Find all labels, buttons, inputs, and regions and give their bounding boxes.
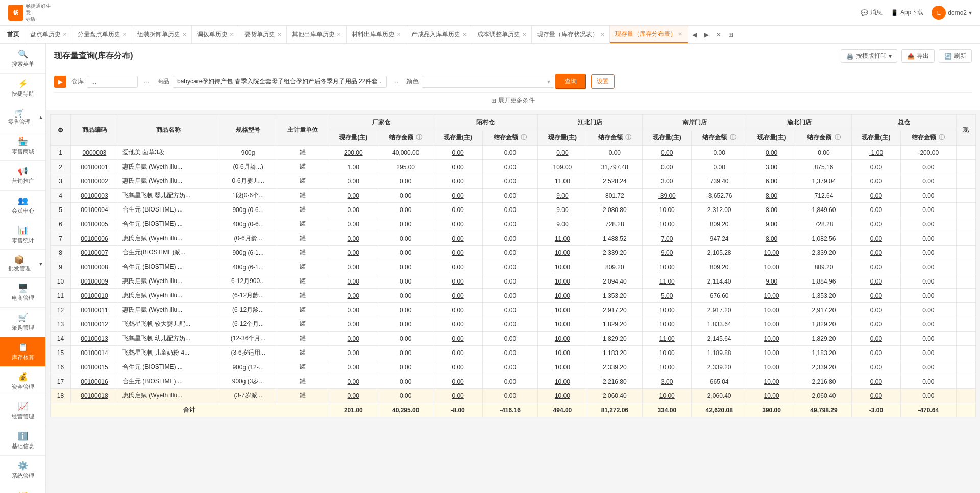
product-input[interactable] (173, 76, 387, 88)
row-mucun-current: 0.00 (433, 317, 482, 332)
tab-chanpin-ruku[interactable]: 产成品入库单历史 ✕ (406, 26, 472, 43)
row-zongcang-current: 0.00 (851, 374, 900, 389)
row-code: 00100012 (71, 317, 118, 332)
row-zongcang-current: 0.00 (851, 231, 900, 246)
row-mucun-balance: 0.00 (482, 346, 538, 360)
app-download-btn[interactable]: 📱 App下载 (891, 8, 923, 17)
row-yubei-current: 10.00 (747, 246, 796, 260)
product-dots-btn[interactable]: ··· (390, 77, 401, 86)
query-btn[interactable]: 查询 (555, 74, 586, 89)
row-changjiacao-balance: 0.00 (378, 374, 433, 389)
refresh-btn[interactable]: 🔄 刷新 (939, 49, 972, 63)
row-spec: 900g (3岁... (219, 374, 277, 389)
col-spec-header: 规格型号 (219, 115, 277, 146)
close-icon[interactable]: ✕ (462, 32, 467, 37)
warehouse-dots-btn[interactable]: ··· (141, 77, 152, 86)
summary-yubei-balance: 49,798.29 (796, 403, 852, 417)
col-settings[interactable]: ⚙ (51, 115, 71, 146)
tab-expand-btn[interactable]: ⊞ (725, 29, 737, 41)
close-icon[interactable]: ✕ (182, 32, 186, 37)
sidebar-item-enterprise[interactable]: 🤝 企业协同 (0, 485, 45, 493)
row-code: 00100002 (71, 174, 118, 189)
sidebar-item-finance[interactable]: 💰 资金管理 (0, 367, 45, 396)
tab-xiancunliang-fenbubiao[interactable]: 现存量（库存分布表）✕ (610, 26, 688, 43)
tab-fenpandian[interactable]: 分量盘点单历史 ✕ (72, 26, 132, 43)
col-yubei-current: 现存量(主) (747, 130, 796, 146)
sidebar-item-ecommerce[interactable]: 🖥️ 电商管理 (0, 278, 45, 308)
close-icon[interactable]: ✕ (337, 32, 341, 37)
row-changjiacao-current: 1.00 (329, 160, 378, 174)
row-mucun-current: 0.00 (433, 374, 482, 389)
tab-diaobo[interactable]: 调拨单历史 ✕ (192, 26, 239, 43)
sidebar-item-inventory[interactable]: 📋 库存核算 (0, 337, 45, 367)
sidebar-item-members[interactable]: 👥 会员中心 (0, 191, 45, 220)
row-extra (956, 346, 975, 360)
row-nanan-current: 5.00 (643, 289, 692, 303)
logo-icon: 畅 (8, 5, 23, 21)
tab-home[interactable]: 首页 (2, 26, 25, 43)
tab-prev-btn[interactable]: ◀ (688, 29, 700, 41)
sidebar-item-purchase[interactable]: 🛒 采购管理 (0, 308, 45, 337)
tab-yaohuo[interactable]: 要货单历史 ✕ (239, 26, 287, 43)
expand-toggle-btn[interactable]: ▶ (54, 76, 66, 88)
message-btn[interactable]: 💬 消息 (861, 8, 883, 17)
row-extra (956, 317, 975, 332)
row-extra (956, 389, 975, 403)
row-mucun-current: 0.00 (433, 274, 482, 289)
row-mucun-current: 0.00 (433, 217, 482, 231)
tab-zuzhechaixie[interactable]: 组装拆卸单历史 ✕ (132, 26, 192, 43)
tab-qita-chuku[interactable]: 其他出库单历史 ✕ (287, 26, 347, 43)
marketing-icon: 📢 (18, 166, 28, 176)
close-icon[interactable]: ✕ (122, 32, 127, 37)
row-changjiacao-balance: 0.00 (378, 360, 433, 374)
close-icon[interactable]: ✕ (600, 32, 604, 37)
sidebar-item-marketing[interactable]: 📢 营销推广 (0, 161, 45, 191)
table-row: 10 00100009 惠氏启赋 (Wyeth illu... 6-12月900… (51, 274, 976, 289)
close-icon[interactable]: ✕ (678, 31, 682, 37)
col-nanan-header: 南岸门店 (643, 115, 747, 130)
close-icon[interactable]: ✕ (230, 32, 234, 37)
close-icon[interactable]: ✕ (397, 32, 401, 37)
sidebar-item-business[interactable]: 📈 经营管理 (0, 396, 45, 426)
close-icon[interactable]: ✕ (277, 32, 281, 37)
tab-chengben[interactable]: 成本调整单历史 ✕ (472, 26, 532, 43)
sidebar-item-retail-stats[interactable]: 📊 零售统计 (0, 220, 45, 250)
row-changjiacao-balance: 0.00 (378, 303, 433, 317)
sidebar-item-wholesale[interactable]: 📦 批发管理 ▼ (0, 250, 45, 278)
row-spec: (6-12月龄... (219, 289, 277, 303)
sidebar-item-mall[interactable]: 🏪 零售商城 (0, 131, 45, 161)
tab-xiancunliang-kuangkuang[interactable]: 现存量（库存状况表）✕ (532, 26, 610, 43)
tab-pandian[interactable]: 盘点单历史 ✕ (25, 26, 72, 43)
info-icon: ⓘ (939, 134, 945, 141)
table-container[interactable]: ⚙ 商品编码 商品名称 规格型号 主计量单位 厂家仓 陌村仓 江北门店 南岸门店… (46, 110, 980, 493)
page-title-bar: 现存量查询(库存分布) 🖨️ 按模版打印 ▾ 📤 导出 🔄 刷新 (54, 49, 972, 68)
tab-cailiao-chuku[interactable]: 材料出库单历史 ✕ (347, 26, 406, 43)
row-index: 14 (51, 332, 71, 346)
row-extra (956, 160, 975, 174)
row-index: 18 (51, 389, 71, 403)
warehouse-input[interactable] (87, 76, 138, 88)
row-name: 合生元(BIOSTIME)派... (118, 246, 219, 260)
color-input[interactable] (422, 76, 554, 88)
user-menu[interactable]: E demo2 ▾ (932, 6, 972, 20)
row-nanan-balance: 2,145.64 (692, 332, 747, 346)
close-icon[interactable]: ✕ (522, 32, 526, 37)
tab-close-all-btn[interactable]: ✕ (713, 29, 725, 41)
settings-btn[interactable]: 设置 (591, 74, 615, 89)
sidebar-item-system[interactable]: ⚙️ 系统管理 (0, 456, 45, 485)
row-zongcang-balance: 0.00 (901, 389, 957, 403)
close-icon[interactable]: ✕ (63, 32, 67, 37)
sidebar-item-basic-info[interactable]: ℹ️ 基础信息 (0, 426, 45, 456)
row-yubei-balance: 875.16 (796, 160, 852, 174)
table-row: 3 00100002 惠氏启赋 (Wyeth illu... 0-6月婴儿...… (51, 174, 976, 189)
print-btn[interactable]: 🖨️ 按模版打印 ▾ (841, 49, 897, 63)
row-spec: (12-36个月... (219, 332, 277, 346)
export-btn[interactable]: 📤 导出 (901, 49, 935, 63)
tab-next-btn[interactable]: ▶ (700, 29, 713, 41)
sidebar-item-shortcuts[interactable]: ⚡ 快捷导航 (0, 74, 45, 103)
sidebar-item-retail[interactable]: 🛒 零售管理 ▲ (0, 103, 45, 131)
sidebar-item-search[interactable]: 🔍 搜索英单 (0, 44, 45, 74)
row-index: 3 (51, 174, 71, 189)
expand-conditions-btn[interactable]: ⊞ 展开更多条件 (491, 96, 535, 105)
row-mucun-balance: 0.00 (482, 317, 538, 332)
